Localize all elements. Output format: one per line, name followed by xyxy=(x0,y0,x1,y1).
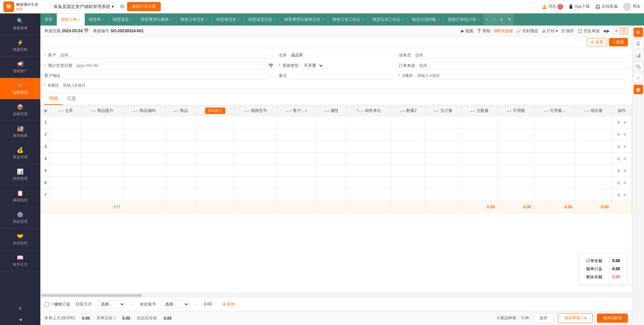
col-current-stock[interactable]: ▲▼现存量 xyxy=(575,106,611,116)
prev-record-btn[interactable]: ◀ xyxy=(603,29,606,33)
tab-close-sales-invoice[interactable]: × xyxy=(102,18,104,22)
row-5-delete-btn[interactable]: 🗑 xyxy=(617,168,621,173)
a-project-input[interactable] xyxy=(415,72,628,79)
customer-address-input[interactable] xyxy=(63,72,268,79)
col-spec[interactable]: ▲▼规格型号 xyxy=(235,106,277,116)
sidebar-item-system[interactable]: ⚙️ 系统管理 xyxy=(0,207,40,229)
calendar-icon[interactable]: 📅 xyxy=(84,29,89,33)
discard-button[interactable]: 放弃 xyxy=(533,313,554,323)
row-1-delete-btn[interactable]: 🗑 xyxy=(617,120,621,125)
user-item[interactable]: 用友 xyxy=(623,3,641,11)
detail-tab-detail[interactable]: 明细 xyxy=(44,93,63,105)
tab-sales-return[interactable]: 销货退货 × xyxy=(109,13,137,26)
sidebar-settings-btn[interactable]: ⚙ xyxy=(0,303,40,314)
tab-nav-close-all[interactable]: ✕ xyxy=(505,13,514,26)
sidebar-item-inventory[interactable]: 🏭 库存核算 xyxy=(0,121,40,143)
col-settings[interactable]: ⚙ xyxy=(41,106,51,116)
tab-nav-right[interactable]: › xyxy=(491,13,497,26)
sidebar-item-operations[interactable]: 📊 经营管理 xyxy=(0,164,40,186)
profit-btn[interactable]: 📈 毛利预告 xyxy=(516,28,538,34)
row-1-spec[interactable] xyxy=(235,116,277,128)
row-4-delete-btn[interactable]: 🗑 xyxy=(617,156,621,161)
col-warehouse[interactable]: ▲▼仓库 xyxy=(51,106,81,116)
tab-close-sales-expense[interactable]: × xyxy=(170,18,172,22)
sidebar-item-quicknav[interactable]: ⚡ 快捷导航 xyxy=(0,35,40,56)
tab-close-sales-order[interactable]: × xyxy=(78,18,80,22)
row-1-attrs[interactable] xyxy=(316,116,347,128)
tab-return-history[interactable]: 销货退货历史 × xyxy=(244,13,280,26)
sidebar-item-basic-info[interactable]: 📋 基础信息 xyxy=(0,186,40,207)
col-code[interactable]: ▲▼商品编码 xyxy=(123,106,165,116)
tab-close-cash-workbench[interactable]: × xyxy=(402,18,404,22)
save-draft-dropdown-icon[interactable]: ▾ xyxy=(583,316,586,320)
sidebar-item-finance[interactable]: 💰 资金管理 xyxy=(0,143,40,164)
tab-close-sales-workbench[interactable]: × xyxy=(362,18,364,22)
tab-close-history[interactable]: × xyxy=(206,18,208,22)
tab-sales-order-history[interactable]: 销售订单历史 × xyxy=(176,13,212,26)
tab-close-expense-history[interactable]: × xyxy=(322,18,324,22)
tab-invoice-history[interactable]: 销货单历史 × xyxy=(212,13,244,26)
row-7-delete-btn[interactable]: 🗑 xyxy=(617,193,621,197)
notification-item[interactable]: 🔔 消息 9 xyxy=(542,4,563,9)
save-new-button[interactable]: 保存&新增 xyxy=(597,314,628,323)
row-2-delete-btn[interactable]: 🗑 xyxy=(617,132,621,137)
tab-close-return-history[interactable]: × xyxy=(274,18,276,22)
tab-close-sales-return[interactable]: × xyxy=(130,18,132,22)
tab-sales-order[interactable]: 销售订单 × xyxy=(57,13,85,26)
right-panel-clip-btn[interactable]: 📎 xyxy=(634,62,643,71)
col-unit[interactable]: *▲▼销售单位 xyxy=(347,106,391,116)
account-more-btn[interactable]: ··· xyxy=(195,301,199,307)
address-more-btn[interactable]: ··· xyxy=(270,73,274,79)
order-source-input[interactable] xyxy=(417,62,628,69)
sidebar-collapse-btn[interactable]: ◀ xyxy=(0,314,40,325)
sidebar-item-search[interactable]: 🔍 搜索菜单 xyxy=(0,13,40,35)
tab-sales-invoice[interactable]: 销货单 × xyxy=(85,13,109,26)
detail-tab-summary[interactable]: 汇总 xyxy=(63,93,81,105)
delivery-date-input[interactable] xyxy=(74,62,267,69)
tab-sales-expense[interactable]: 销售费用分摊单 × xyxy=(137,13,177,26)
customer-more-btn[interactable]: ··· xyxy=(270,53,274,58)
print-btn[interactable]: 🖨 打印 ▾ xyxy=(542,28,558,34)
add-account-btn[interactable]: ⊕ 添加 xyxy=(223,301,235,307)
col-qty2[interactable]: ▲▼数量2 xyxy=(391,106,425,116)
row-2-product[interactable] xyxy=(165,128,196,140)
right-panel-settings-btn[interactable]: ⚙ xyxy=(634,28,643,37)
quick-order-checkbox[interactable] xyxy=(44,302,49,307)
history-btn[interactable]: 📋 历史单据 xyxy=(577,28,600,34)
right-panel-star-btn[interactable]: ☆ xyxy=(634,73,643,83)
shortcut-btn[interactable]: ⌨ 快捷键 xyxy=(494,28,513,34)
row-3-copy-btn[interactable]: ⊕ xyxy=(623,144,627,149)
invoice-type-select[interactable]: 不开票 xyxy=(301,62,324,70)
customer-input[interactable] xyxy=(58,52,268,59)
scan-entry-btn[interactable]: 扫码录入 xyxy=(205,108,225,114)
row-1-product[interactable] xyxy=(165,116,196,128)
payment-method-select[interactable]: 选择... xyxy=(97,300,125,308)
tab-home[interactable]: 首页 xyxy=(40,13,57,26)
form-view-btn[interactable]: ☰ xyxy=(620,28,628,34)
sidebar-item-purchase[interactable]: 📦 采购管理 xyxy=(0,99,40,121)
remarks-input[interactable] xyxy=(289,72,393,79)
help-btn[interactable]: ❓ 帮助 xyxy=(477,28,491,34)
add-logistics-btn[interactable]: + 物流 xyxy=(609,38,628,46)
tab-nav-left[interactable]: ‹ xyxy=(484,13,491,26)
warehouse-more-btn[interactable]: ··· xyxy=(307,53,311,58)
tab-sales-workbench[interactable]: 销售订单工作台 × xyxy=(328,13,368,26)
right-panel-chart-btn[interactable]: 📊 xyxy=(634,50,643,60)
row-6-copy-btn[interactable]: ⊕ xyxy=(623,180,627,185)
quick-order-checkbox-label[interactable]: 一键收订金 xyxy=(44,301,70,307)
scroll-thumb[interactable] xyxy=(41,294,142,297)
col-customer-code[interactable]: ▲▼客户... ℹ xyxy=(277,106,316,116)
save-draft-button[interactable]: 保存草稿 ▾ xyxy=(558,313,593,323)
tab-expense-history[interactable]: 销售费用分摊单历史 × xyxy=(280,13,328,26)
col-attrs[interactable]: ▲▼属性 xyxy=(316,106,347,116)
row-1-code[interactable] xyxy=(123,116,165,128)
delivery-calendar-icon[interactable]: 📅 xyxy=(268,64,273,68)
right-panel-qr-btn[interactable]: ▦ xyxy=(634,85,643,94)
tab-close-invoice-history[interactable]: × xyxy=(238,18,240,22)
table-scrollbar[interactable] xyxy=(40,293,632,297)
tab-nav-more[interactable]: ≡ xyxy=(497,13,505,26)
row-7-copy-btn[interactable]: ⊕ xyxy=(623,193,627,197)
sidebar-item-marketing[interactable]: 📢 营销推广 xyxy=(0,56,40,78)
sidebar-item-sales[interactable]: 🛒 销售管理 xyxy=(0,78,40,99)
solution-button[interactable]: 体验行业方案 xyxy=(127,2,161,11)
